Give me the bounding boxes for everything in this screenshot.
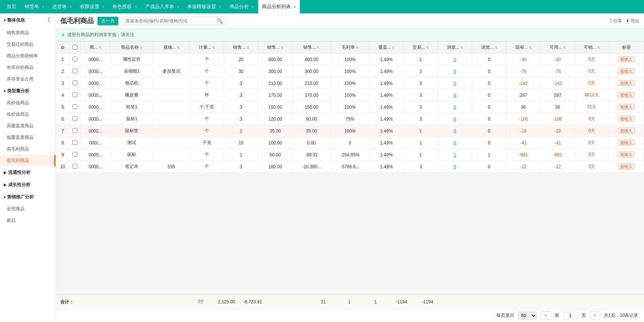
row-views1[interactable]: 0 xyxy=(438,77,472,89)
row-checkbox[interactable] xyxy=(73,128,77,133)
nav-template[interactable]: 单据模板设置 × xyxy=(183,0,225,13)
sidebar-item-traded-goods[interactable]: 交易过的商品 xyxy=(0,39,55,50)
sidebar-group-circulation[interactable]: ▶ 流通性分析 xyxy=(0,166,55,179)
col-sales-qty[interactable]: 销售...⇅ xyxy=(224,42,258,54)
nav-sales-order[interactable]: 销货单 × xyxy=(21,0,48,13)
nav-analysis-list[interactable]: 商品分析列表 × xyxy=(258,0,299,13)
sidebar-item-new-goods[interactable]: 新品 xyxy=(0,215,55,226)
share-button[interactable]: ⤴ 分享 xyxy=(610,18,622,24)
col-days[interactable]: 可销...⇅ xyxy=(575,42,609,54)
time-filter-btn[interactable]: 近一月 xyxy=(97,17,118,25)
row-views1[interactable]: 0 xyxy=(438,161,472,173)
row-checkbox-cell[interactable] xyxy=(70,137,81,149)
search-input[interactable] xyxy=(125,18,217,23)
nav-permission[interactable]: 权限设置 × xyxy=(76,0,108,13)
views1-link[interactable]: 0 xyxy=(454,164,456,169)
nav-close-template[interactable]: × xyxy=(219,5,221,9)
views1-link[interactable]: 0 xyxy=(454,140,456,146)
row-views1[interactable]: 0 xyxy=(438,66,472,77)
row-checkbox-cell[interactable] xyxy=(70,89,81,101)
row-checkbox-cell[interactable] xyxy=(70,77,81,89)
nav-purchase-order[interactable]: 进货单 × xyxy=(48,0,75,13)
col-sales-amt[interactable]: 销售...⇅ xyxy=(258,42,292,54)
col-sales-profit[interactable]: 销售...⇅ xyxy=(292,42,331,54)
nav-product-analysis[interactable]: 商品分析 × xyxy=(226,0,257,13)
sidebar-item-sales-goods[interactable]: 销售类商品 xyxy=(0,27,55,39)
sidebar-item-low-margin[interactable]: 低毛利商品 xyxy=(0,155,55,166)
sidebar-item-high-margin[interactable]: 高毛利商品 xyxy=(0,143,55,155)
nav-close-analysis[interactable]: × xyxy=(251,5,254,9)
col-code[interactable]: 商...⇅ xyxy=(81,42,110,54)
nav-product-stock[interactable]: 产成品入库单 × xyxy=(141,0,183,13)
row-views1[interactable]: 0 xyxy=(438,101,472,113)
sidebar-collapse-btn[interactable]: 《 xyxy=(43,16,52,24)
sidebar-group-marketing[interactable]: ▾ 营销推广分析 xyxy=(0,191,55,203)
views1-link[interactable]: 0 xyxy=(454,69,456,74)
col-views1[interactable]: 浏览...⇅ xyxy=(438,42,472,54)
row-views1[interactable]: 0 xyxy=(438,89,472,101)
row-checkbox[interactable] xyxy=(73,116,77,121)
row-checkbox-cell[interactable] xyxy=(70,101,81,113)
sidebar-group-growth[interactable]: ▶ 成长性分析 xyxy=(0,179,55,191)
row-checkbox[interactable] xyxy=(73,152,77,157)
export-button[interactable]: ⬇ 导出 xyxy=(626,18,640,24)
next-page-btn[interactable]: ＞ xyxy=(590,311,600,320)
row-checkbox[interactable] xyxy=(73,57,77,61)
sidebar-item-stock-goods[interactable]: 有库存的商品 xyxy=(0,62,55,73)
sidebar-item-low-coverage[interactable]: 低覆盖度商品 xyxy=(0,132,55,143)
gear-icon[interactable]: ⚙ xyxy=(61,45,65,50)
nav-home[interactable]: 首页 xyxy=(3,0,20,13)
row-checkbox[interactable] xyxy=(73,68,77,73)
col-coverage[interactable]: 覆盖...⇅ xyxy=(369,42,404,54)
views1-link[interactable]: 0 xyxy=(454,81,456,86)
row-checkbox-cell[interactable] xyxy=(70,54,81,66)
row-checkbox-cell[interactable] xyxy=(70,113,81,125)
row-checkbox-cell[interactable] xyxy=(70,66,81,77)
page-size-select[interactable]: 50 100 xyxy=(518,312,537,320)
row-views1[interactable]: 0 xyxy=(438,54,472,66)
sidebar-group-overall[interactable]: ▾ 整体信息 《 xyxy=(0,13,55,27)
row-views1[interactable]: 1 xyxy=(438,149,472,161)
prev-page-btn[interactable]: ＜ xyxy=(541,311,551,320)
sidebar-item-low-value[interactable]: 低价值商品 xyxy=(0,109,55,120)
sidebar-item-stock-fund[interactable]: 库存资金占用 xyxy=(0,73,55,85)
sidebar-item-all-goods[interactable]: 全部商品 xyxy=(0,203,55,215)
search-icon[interactable]: 🔍 xyxy=(217,18,223,24)
sidebar-group-type[interactable]: ▾ 类型量分析 xyxy=(0,85,55,97)
col-transactions[interactable]: 交易...⇅ xyxy=(404,42,438,54)
nav-role-auth[interactable]: 角色授权 × xyxy=(109,0,140,13)
views1-link[interactable]: 0 xyxy=(454,57,456,62)
col-spec[interactable]: 规格...⇅ xyxy=(153,42,189,54)
row-checkbox[interactable] xyxy=(73,104,77,109)
col-tag[interactable]: 标签 xyxy=(609,42,644,54)
sidebar-item-high-value[interactable]: 高价值商品 xyxy=(0,97,55,109)
col-stock-cur[interactable]: 现有...⇅ xyxy=(506,42,541,54)
row-checkbox-cell[interactable] xyxy=(70,125,81,137)
nav-close-analysis-list[interactable]: × xyxy=(294,5,296,9)
views1-link[interactable]: 0 xyxy=(454,128,456,134)
sidebar-item-category-rate[interactable]: 商品分类助销率 xyxy=(0,50,55,62)
col-gear[interactable]: ⚙ xyxy=(56,42,70,54)
col-margin[interactable]: 毛利率⇅ xyxy=(331,42,369,54)
nav-close-permission[interactable]: × xyxy=(102,5,105,9)
row-views1[interactable]: 0 xyxy=(438,125,472,137)
row-checkbox[interactable] xyxy=(73,164,77,169)
views1-link[interactable]: 1 xyxy=(454,152,456,157)
views1-link[interactable]: 0 xyxy=(454,93,456,98)
row-views1[interactable]: 0 xyxy=(438,113,472,125)
nav-close-sales[interactable]: × xyxy=(42,5,44,9)
nav-close-role[interactable]: × xyxy=(135,5,137,9)
select-all-checkbox[interactable] xyxy=(73,45,77,50)
row-checkbox-cell[interactable] xyxy=(70,149,81,161)
col-name[interactable]: 商品名称⇅ xyxy=(110,42,153,54)
sidebar-item-high-coverage[interactable]: 高覆盖度商品 xyxy=(0,120,55,132)
col-unit[interactable]: 计量...⇅ xyxy=(190,42,224,54)
nav-close-stock[interactable]: × xyxy=(177,5,179,9)
nav-close-purchase[interactable]: × xyxy=(70,5,72,9)
views1-link[interactable]: 0 xyxy=(454,117,456,122)
views1-link[interactable]: 0 xyxy=(454,105,456,110)
row-checkbox[interactable] xyxy=(73,140,77,145)
col-stock-avail[interactable]: 可用...⇅ xyxy=(541,42,575,54)
col-checkbox[interactable] xyxy=(70,42,81,54)
page-number-input[interactable] xyxy=(563,312,578,319)
